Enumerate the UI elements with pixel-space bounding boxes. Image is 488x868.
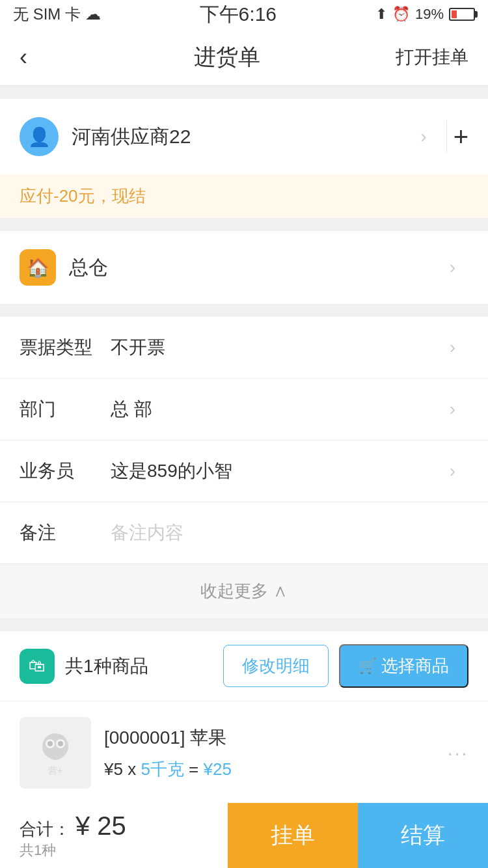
product-item: 营+ [0000001] 苹果 ¥5 x 5千克 = ¥25 ··· [0,701,488,804]
price-total: ¥25 [203,759,231,779]
remark-row[interactable]: 备注 备注内容 [0,502,488,563]
total-amount: ¥ 25 [75,811,126,841]
supplier-icon: 👤 [28,126,51,148]
collapse-row[interactable]: 收起更多 ∧ [0,563,488,618]
total-sub: 共1种 [20,841,208,860]
battery-label: 19% [415,6,444,23]
back-button[interactable]: ‹ [20,44,59,71]
remark-label: 备注 [20,521,111,545]
status-right: ⬆ ⏰ 19% [375,6,475,23]
sales-chevron-icon: › [450,461,455,481]
total-label: 合计： [20,818,70,841]
warehouse-card: 🏠 总仓 › [0,231,488,304]
settle-label: 结算 [401,821,445,850]
products-header: 🛍 共1种商品 修改明细 🛒 选择商品 [0,631,488,701]
svg-text:营+: 营+ [48,765,62,776]
total-label-row: 合计： ¥ 25 [20,811,208,841]
product-price: ¥5 x 5千克 = ¥25 [104,758,434,781]
sales-value: 这是859的小智 [111,459,450,483]
sales-label: 业务员 [20,459,111,483]
collapse-label: 收起更多 ∧ [200,580,287,603]
edit-detail-button[interactable]: 修改明细 [223,645,329,687]
status-time: 下午6:16 [200,1,277,28]
bottom-bar: 合计： ¥ 25 共1种 挂单 结算 [0,803,488,868]
product-more-button[interactable]: ··· [447,741,468,765]
select-product-label: 选择商品 [381,655,449,677]
svg-point-4 [58,741,63,746]
ticket-type-row[interactable]: 票据类型 不开票 › [0,317,488,378]
svg-point-0 [42,733,68,759]
open-pending-button[interactable]: 打开挂单 [396,45,468,70]
status-bar: 无 SIM 卡 ☁ 下午6:16 ⬆ ⏰ 19% [0,0,488,29]
select-product-button[interactable]: 🛒 选择商品 [339,644,468,688]
price-base: ¥5 x [104,759,141,779]
ticket-type-label: 票据类型 [20,335,111,360]
warehouse-chevron-icon: › [450,257,455,278]
products-card: 🛍 共1种商品 修改明细 🛒 选择商品 营+ [0,631,488,804]
supplier-name: 河南供应商22 [72,124,420,150]
section-gap-2 [0,218,488,231]
ticket-type-value: 不开票 [111,335,450,360]
section-gap-3 [0,304,488,317]
warehouse-name: 总仓 [69,254,450,281]
pending-button[interactable]: 挂单 [228,803,358,868]
page-title: 进货单 [194,42,260,72]
ticket-chevron-icon: › [450,337,455,358]
products-icon: 🛍 [20,649,55,684]
section-gap-4 [0,618,488,631]
settle-button[interactable]: 结算 [358,803,488,868]
supplier-avatar: 👤 [20,117,59,156]
supplier-row[interactable]: 👤 河南供应商22 › + [0,99,488,174]
warehouse-row[interactable]: 🏠 总仓 › [0,231,488,304]
dept-value: 总 部 [111,397,450,422]
section-gap-1 [0,86,488,99]
bag-icon: 🛍 [29,656,46,676]
product-thumbnail: 营+ [20,717,91,789]
location-icon: ⬆ [375,6,387,23]
svg-point-3 [47,741,53,746]
pending-label: 挂单 [271,821,315,850]
cart-icon: 🛒 [359,658,376,675]
price-qty: 5千克 [141,759,183,779]
product-info: [0000001] 苹果 ¥5 x 5千克 = ¥25 [104,726,434,781]
products-count: 共1种商品 [65,654,213,679]
price-equals: = [184,759,204,779]
supplier-card: 👤 河南供应商22 › + 应付-20元，现结 [0,99,488,218]
add-supplier-button[interactable]: + [454,122,468,152]
house-icon: 🏠 [27,257,49,278]
dept-label: 部门 [20,397,111,422]
sim-wifi-label: 无 SIM 卡 ☁ [13,4,101,25]
battery-icon [449,8,475,21]
sales-row[interactable]: 业务员 这是859的小智 › [0,440,488,502]
product-thumb-image: 营+ [29,727,81,779]
status-left: 无 SIM 卡 ☁ [13,4,101,25]
alarm-icon: ⏰ [392,6,410,23]
supplier-divider [446,120,447,153]
dept-chevron-icon: › [450,399,455,420]
supplier-notice: 应付-20元，现结 [0,174,488,218]
total-section: 合计： ¥ 25 共1种 [0,811,228,860]
fields-card: 票据类型 不开票 › 部门 总 部 › 业务员 这是859的小智 › 备注 备注… [0,317,488,618]
dept-row[interactable]: 部门 总 部 › [0,378,488,440]
warehouse-icon: 🏠 [20,249,56,286]
nav-bar: ‹ 进货单 打开挂单 [0,29,488,86]
supplier-chevron-icon: › [420,126,426,147]
remark-input[interactable]: 备注内容 [111,521,468,545]
product-name: [0000001] 苹果 [104,726,434,750]
